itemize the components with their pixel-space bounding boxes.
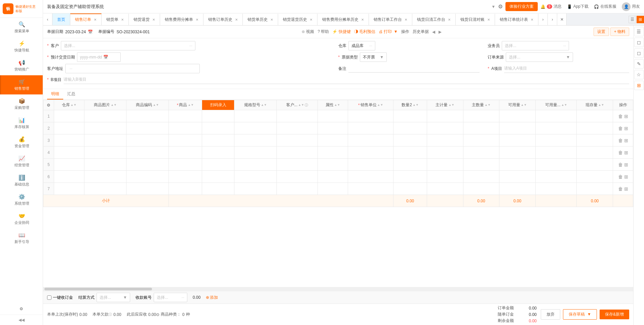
cell-customer-code[interactable]: [276, 122, 317, 134]
tab-close-icon[interactable]: ✕: [121, 18, 124, 22]
view-btn[interactable]: ⊙ 视频: [302, 29, 314, 35]
tab-sales-order-history[interactable]: 销售订单历史 ✕: [203, 13, 243, 26]
copy-icon[interactable]: ⊞: [624, 126, 628, 131]
discard-button[interactable]: 放弃: [541, 309, 560, 320]
cell-available2[interactable]: [535, 147, 576, 159]
address-input[interactable]: ···: [65, 64, 200, 73]
cell-customer-code[interactable]: [276, 183, 317, 195]
cell-spec[interactable]: [234, 110, 276, 122]
cell-product[interactable]: [168, 183, 202, 195]
cell-qty2[interactable]: [393, 159, 427, 171]
cell-main-qty[interactable]: [463, 147, 499, 159]
cell-current[interactable]: [577, 110, 613, 122]
cell-main-qty[interactable]: [463, 183, 499, 195]
cell-scan[interactable]: [202, 122, 234, 134]
tab-close-icon[interactable]: ✕: [448, 18, 451, 22]
tab-expense-history[interactable]: 销售费用分摊单历史 ✕: [317, 13, 369, 26]
tab-scroll-right-btn[interactable]: ›: [538, 13, 548, 26]
cell-spec[interactable]: [234, 159, 276, 171]
cell-customer-code[interactable]: [276, 147, 317, 159]
b-project-input[interactable]: 请输入B项目: [64, 75, 629, 84]
copy-icon[interactable]: ⊞: [624, 186, 628, 192]
cell-current[interactable]: [577, 122, 613, 134]
cell-available[interactable]: [499, 134, 536, 147]
cell-qty2[interactable]: [393, 171, 427, 183]
list-view-btn[interactable]: ☰: [629, 16, 636, 23]
cell-image[interactable]: [84, 159, 126, 171]
delete-icon[interactable]: 🗑: [618, 162, 623, 167]
cell-main-qty[interactable]: [463, 159, 499, 171]
cell-product[interactable]: [168, 134, 202, 147]
invoice-select[interactable]: 不开票 ▼: [360, 52, 387, 62]
sidebar-item-quick-nav[interactable]: ⚡ 快捷导航: [0, 37, 43, 56]
cell-attr[interactable]: [318, 147, 348, 159]
cell-image[interactable]: [84, 183, 126, 195]
tab-sales-goods[interactable]: 销货单 ✕: [102, 13, 129, 26]
order-source-input[interactable]: 选择... ▼: [506, 52, 573, 62]
copy-icon[interactable]: ⊞: [624, 174, 628, 179]
tab-scroll-left-btn[interactable]: ‹: [43, 13, 52, 26]
cell-image[interactable]: [84, 147, 126, 159]
cell-customer-code[interactable]: [276, 171, 317, 183]
cell-warehouse[interactable]: [54, 122, 84, 134]
cell-qty2[interactable]: [393, 147, 427, 159]
cell-main-unit[interactable]: [427, 183, 463, 195]
cell-attr[interactable]: [318, 159, 348, 171]
tab-close-icon[interactable]: ✕: [310, 18, 312, 22]
cell-customer-code[interactable]: [276, 159, 317, 171]
right-panel-btn-2[interactable]: ◻: [634, 38, 644, 47]
tab-home[interactable]: 首页: [52, 13, 70, 26]
tab-close-icon[interactable]: ✕: [531, 18, 533, 22]
sidebar-item-search[interactable]: 🔍 搜索菜单: [0, 18, 43, 37]
sidebar-item-guide[interactable]: 📖 新手引导: [0, 229, 43, 248]
delete-icon[interactable]: 🗑: [618, 126, 623, 131]
cell-main-unit[interactable]: [427, 147, 463, 159]
cell-product[interactable]: [168, 171, 202, 183]
cell-scan[interactable]: [202, 171, 234, 183]
cell-unit[interactable]: [348, 171, 393, 183]
sidebar-item-finance[interactable]: 💰 资金管理: [0, 133, 43, 152]
cell-attr[interactable]: [318, 110, 348, 122]
cell-spec[interactable]: [234, 183, 276, 195]
add-payment-btn[interactable]: ⊕ 添加: [206, 295, 218, 300]
cell-available2[interactable]: [535, 171, 576, 183]
cell-available[interactable]: [499, 147, 536, 159]
nav-next-btn[interactable]: ▶: [439, 30, 442, 34]
cell-current[interactable]: [577, 147, 613, 159]
salesperson-input[interactable]: 选择... ···: [502, 41, 569, 50]
tab-sales-stats[interactable]: 销售订单统计表 ✕: [495, 13, 538, 26]
print-btn[interactable]: 🖨 打印 ▼: [379, 29, 398, 35]
cell-available2[interactable]: [535, 110, 576, 122]
delete-icon[interactable]: 🗑: [618, 138, 623, 143]
cell-current[interactable]: [577, 171, 613, 183]
right-panel-btn-1[interactable]: ☰: [634, 27, 644, 36]
cell-product[interactable]: [168, 147, 202, 159]
tab-scroll-right2-btn[interactable]: ›: [548, 13, 557, 26]
cell-code[interactable]: [126, 183, 168, 195]
tab-sales-expense[interactable]: 销售费用分摊单 ✕: [160, 13, 203, 26]
th-settings[interactable]: ⚙: [43, 100, 54, 110]
delete-icon[interactable]: 🗑: [618, 114, 623, 119]
dropdown-arrow-icon[interactable]: ▼: [491, 4, 495, 9]
bank-account-select[interactable]: 选择... ···: [154, 293, 187, 302]
cell-scan[interactable]: [202, 110, 234, 122]
right-panel-btn-4[interactable]: ✎: [634, 59, 644, 69]
history-btn[interactable]: 历史单据: [413, 29, 429, 35]
cell-spec[interactable]: [234, 147, 276, 159]
cell-unit[interactable]: [348, 183, 393, 195]
nav-collapse-btn[interactable]: ◀◀: [0, 315, 43, 325]
cell-image[interactable]: [84, 171, 126, 183]
cell-available[interactable]: [499, 183, 536, 195]
delete-icon[interactable]: 🗑: [618, 174, 623, 179]
date-value[interactable]: 2023-03-24: [65, 30, 86, 34]
cell-current[interactable]: [577, 134, 613, 147]
sidebar-item-marketing[interactable]: 📢 营销推广: [0, 56, 43, 75]
cell-available2[interactable]: [535, 122, 576, 134]
cell-code[interactable]: [126, 171, 168, 183]
cell-warehouse[interactable]: [54, 183, 84, 195]
cell-code[interactable]: [126, 134, 168, 147]
save-new-button[interactable]: 保存&新增: [600, 310, 629, 319]
cell-code[interactable]: [126, 147, 168, 159]
cell-product[interactable]: [168, 122, 202, 134]
cell-available[interactable]: [499, 159, 536, 171]
